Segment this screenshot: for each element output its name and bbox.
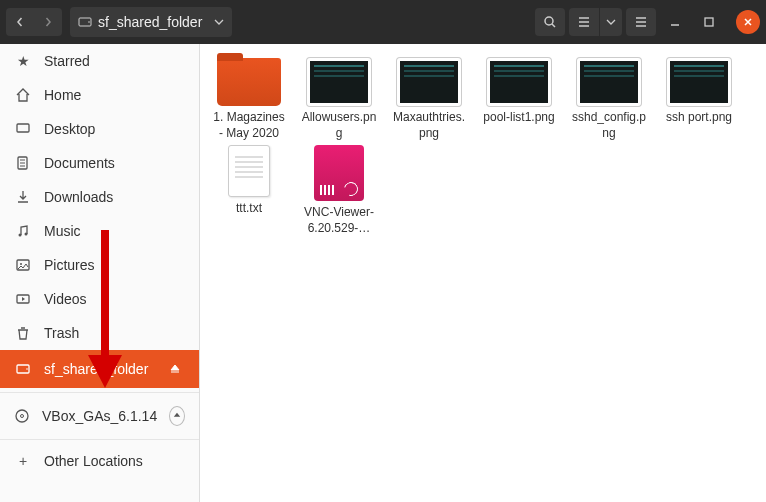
eject-button[interactable] <box>169 406 185 426</box>
videos-icon <box>14 291 32 307</box>
svg-point-9 <box>25 233 28 236</box>
png-icon <box>487 58 551 106</box>
search-icon <box>543 15 557 29</box>
sidebar-item-label: Pictures <box>44 257 95 273</box>
file-item[interactable]: Allowusers.png <box>300 58 378 141</box>
file-item[interactable]: VNC-Viewer-6.20.529-… <box>300 145 378 236</box>
file-label: ssh port.png <box>666 110 732 126</box>
sidebar-item-label: sf_shared_folder <box>44 361 148 377</box>
disc-icon <box>14 408 30 424</box>
sidebar-item-label: Trash <box>44 325 79 341</box>
pictures-icon <box>14 257 32 273</box>
desktop-icon <box>14 121 32 137</box>
deb-icon <box>314 145 364 201</box>
minimize-button[interactable] <box>660 8 690 36</box>
chevron-left-icon <box>15 17 25 27</box>
chevron-down-icon <box>606 19 616 25</box>
sidebar-item-pictures[interactable]: Pictures <box>0 248 199 282</box>
file-label: pool-list1.png <box>483 110 554 126</box>
sidebar: ★ Starred Home Desktop Documents Downloa… <box>0 44 200 502</box>
close-icon <box>743 17 753 27</box>
maximize-icon <box>703 16 715 28</box>
documents-icon <box>14 155 32 171</box>
sidebar-item-desktop[interactable]: Desktop <box>0 112 199 146</box>
svg-point-8 <box>19 234 22 237</box>
hamburger-icon <box>634 15 648 29</box>
menu-button[interactable] <box>626 8 656 36</box>
view-options-button[interactable] <box>600 8 622 36</box>
file-label: sshd_config.png <box>570 110 648 141</box>
file-view[interactable]: 1. Magazines - May 2020Allowusers.pngMax… <box>200 44 766 502</box>
plus-icon: + <box>14 453 32 469</box>
file-label: 1. Magazines - May 2020 <box>210 110 288 141</box>
location-label: sf_shared_folder <box>98 14 202 30</box>
list-icon <box>577 15 591 29</box>
txt-icon <box>228 145 270 197</box>
sidebar-item-label: Desktop <box>44 121 95 137</box>
png-icon <box>667 58 731 106</box>
close-button[interactable] <box>736 10 760 34</box>
back-button[interactable] <box>6 8 34 36</box>
home-icon <box>14 87 32 103</box>
svg-point-11 <box>20 263 22 265</box>
sidebar-item-label: Music <box>44 223 81 239</box>
file-label: ttt.txt <box>236 201 262 217</box>
folder-icon <box>217 58 281 106</box>
sidebar-mount-shared[interactable]: sf_shared_folder <box>0 350 199 388</box>
chevron-right-icon <box>43 17 53 27</box>
path-bar[interactable]: sf_shared_folder <box>70 7 232 37</box>
view-list-button[interactable] <box>569 8 599 36</box>
sidebar-item-label: Other Locations <box>44 453 143 469</box>
svg-rect-5 <box>705 18 713 26</box>
sidebar-other-locations[interactable]: + Other Locations <box>0 444 199 478</box>
svg-point-2 <box>545 17 553 25</box>
downloads-icon <box>14 189 32 205</box>
sidebar-item-home[interactable]: Home <box>0 78 199 112</box>
file-item[interactable]: Maxauthtries.png <box>390 58 468 141</box>
eject-icon <box>170 364 180 374</box>
sidebar-item-label: Starred <box>44 53 90 69</box>
svg-line-3 <box>552 24 555 27</box>
file-label: Allowusers.png <box>300 110 378 141</box>
sidebar-item-label: Downloads <box>44 189 113 205</box>
sidebar-item-label: Documents <box>44 155 115 171</box>
sidebar-item-music[interactable]: Music <box>0 214 199 248</box>
svg-point-1 <box>88 21 90 23</box>
sidebar-item-label: VBox_GAs_6.1.14 <box>42 408 157 424</box>
chevron-down-icon <box>214 19 224 25</box>
trash-icon <box>14 325 32 341</box>
sidebar-item-label: Home <box>44 87 81 103</box>
sidebar-item-videos[interactable]: Videos <box>0 282 199 316</box>
file-label: VNC-Viewer-6.20.529-… <box>300 205 378 236</box>
headerbar: sf_shared_folder <box>0 0 766 44</box>
star-icon: ★ <box>14 53 32 69</box>
file-item[interactable]: 1. Magazines - May 2020 <box>210 58 288 141</box>
sidebar-item-downloads[interactable]: Downloads <box>0 180 199 214</box>
file-label: Maxauthtries.png <box>390 110 468 141</box>
file-item[interactable]: ssh port.png <box>660 58 738 141</box>
file-item[interactable]: pool-list1.png <box>480 58 558 141</box>
search-button[interactable] <box>535 8 565 36</box>
forward-button[interactable] <box>34 8 62 36</box>
maximize-button[interactable] <box>694 8 724 36</box>
png-icon <box>397 58 461 106</box>
svg-point-14 <box>26 368 28 370</box>
svg-point-15 <box>16 410 28 422</box>
svg-rect-6 <box>17 124 29 132</box>
eject-button[interactable] <box>165 359 185 379</box>
minimize-icon <box>669 16 681 28</box>
file-item[interactable]: ttt.txt <box>210 145 288 236</box>
drive-icon <box>14 361 32 377</box>
sidebar-item-trash[interactable]: Trash <box>0 316 199 350</box>
sidebar-item-documents[interactable]: Documents <box>0 146 199 180</box>
sidebar-mount-vbox[interactable]: VBox_GAs_6.1.14 <box>0 397 199 435</box>
png-icon <box>307 58 371 106</box>
png-icon <box>577 58 641 106</box>
sidebar-item-label: Videos <box>44 291 87 307</box>
music-icon <box>14 223 32 239</box>
eject-icon <box>173 412 181 420</box>
sidebar-item-starred[interactable]: ★ Starred <box>0 44 199 78</box>
file-item[interactable]: sshd_config.png <box>570 58 648 141</box>
svg-point-16 <box>21 415 24 418</box>
drive-icon <box>78 15 92 29</box>
